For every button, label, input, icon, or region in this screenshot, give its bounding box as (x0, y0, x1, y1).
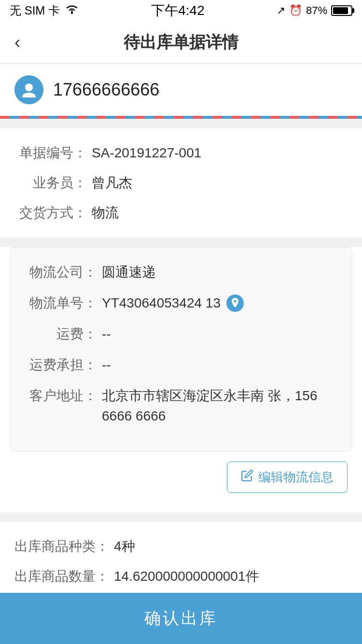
logistics-wrapper: 物流公司： 圆通速递 物流单号： YT43064053424 13 运费： -- (0, 247, 362, 512)
goods-types-row: 出库商品种类： 4种 (14, 536, 348, 557)
tracking-label: 物流单号： (25, 293, 102, 313)
salesman-label: 业务员： (14, 173, 92, 193)
confirm-btn-container: 确认出库 (0, 593, 362, 644)
goods-types-label: 出库商品种类： (14, 536, 114, 557)
carrier-text: 无 SIM 卡 (10, 3, 60, 18)
freight-bearer-row: 运费承担： -- (25, 355, 337, 375)
edit-btn-label: 编辑物流信息 (258, 469, 334, 486)
order-info-section: 单据编号： SA-20191227-001 业务员： 曾凡杰 交货方式： 物流 (0, 128, 362, 238)
edit-btn-row: 编辑物流信息 (0, 452, 362, 507)
freight-bearer-label: 运费承担： (25, 355, 102, 375)
wifi-icon (65, 4, 79, 17)
goods-types-value: 4种 (114, 536, 348, 557)
address-row: 客户地址： 北京市市辖区海淀区永丰南 张，156 6666 6666 (25, 386, 337, 426)
avatar (14, 75, 43, 104)
svg-point-0 (71, 12, 73, 14)
goods-quantity-label: 出库商品数量： (14, 566, 114, 587)
status-time: 下午4:42 (151, 1, 205, 20)
order-no-label: 单据编号： (14, 143, 92, 163)
user-header: 17666666666 (0, 64, 362, 116)
user-phone: 17666666666 (53, 80, 159, 100)
company-row: 物流公司： 圆通速递 (25, 262, 337, 282)
freight-bearer-value: -- (102, 355, 337, 375)
logistics-section: 物流公司： 圆通速递 物流单号： YT43064053424 13 运费： -- (10, 247, 352, 452)
dashed-separator (0, 116, 362, 119)
status-left: 无 SIM 卡 (10, 3, 79, 18)
location-status-icon: ↗ (277, 4, 285, 17)
back-button[interactable]: ‹ (14, 32, 20, 53)
freight-label: 运费： (25, 324, 102, 344)
status-bar: 无 SIM 卡 下午4:42 ↗ ⏰ 87% (0, 0, 362, 21)
delivery-value: 物流 (92, 203, 348, 223)
freight-value: -- (102, 324, 337, 344)
gray-divider-1 (0, 512, 362, 522)
edit-icon (241, 469, 253, 485)
nav-bar: ‹ 待出库单据详情 (0, 21, 362, 64)
confirm-button[interactable]: 确认出库 (14, 607, 348, 630)
order-no-value: SA-20191227-001 (92, 143, 348, 163)
tracking-value: YT43064053424 13 (102, 293, 337, 313)
freight-row: 运费： -- (25, 324, 337, 344)
salesman-row: 业务员： 曾凡杰 (14, 173, 348, 193)
alarm-icon: ⏰ (289, 4, 302, 17)
edit-logistics-button[interactable]: 编辑物流信息 (227, 462, 348, 493)
battery-text: 87% (306, 4, 327, 17)
status-right: ↗ ⏰ 87% (277, 4, 352, 17)
delivery-label: 交货方式： (14, 203, 92, 223)
delivery-row: 交货方式： 物流 (14, 203, 348, 223)
company-value: 圆通速递 (102, 262, 337, 282)
tracking-row: 物流单号： YT43064053424 13 (25, 293, 337, 313)
company-label: 物流公司： (25, 262, 102, 282)
page-title: 待出库单据详情 (124, 31, 238, 54)
svg-point-1 (25, 84, 33, 91)
goods-section: 出库商品种类： 4种 出库商品数量： 14.620000000000001件 (0, 522, 362, 601)
tracking-location-icon[interactable] (226, 294, 244, 312)
battery-icon (331, 5, 352, 16)
goods-quantity-value: 14.620000000000001件 (114, 566, 348, 587)
goods-quantity-row: 出库商品数量： 14.620000000000001件 (14, 566, 348, 587)
salesman-value: 曾凡杰 (92, 173, 348, 193)
back-icon: ‹ (14, 32, 20, 52)
address-label: 客户地址： (25, 386, 102, 406)
order-no-row: 单据编号： SA-20191227-001 (14, 143, 348, 163)
address-value: 北京市市辖区海淀区永丰南 张，156 6666 6666 (102, 386, 337, 426)
